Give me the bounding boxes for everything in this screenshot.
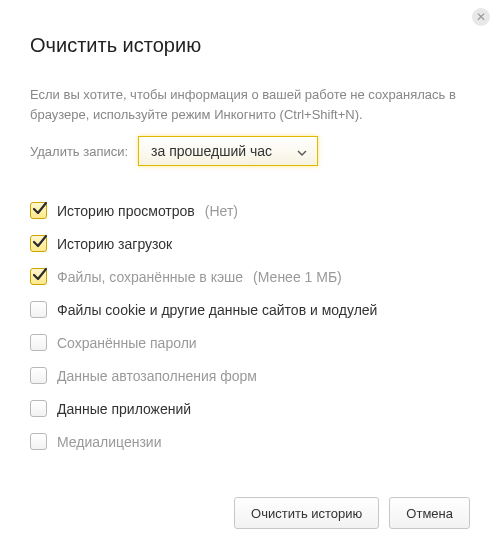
clear-history-button[interactable]: Очистить историю <box>234 497 379 529</box>
option-label: Историю загрузок <box>57 236 172 252</box>
checkbox[interactable] <box>30 400 47 417</box>
time-range-value: за прошедший час <box>151 143 272 159</box>
dialog-title: Очистить историю <box>30 34 470 57</box>
time-range-row: Удалить записи: за прошедший час <box>30 136 470 166</box>
option-label: Файлы, сохранённые в кэше <box>57 269 243 285</box>
option-row[interactable]: Сохранённые пароли <box>30 326 470 359</box>
chevron-down-icon <box>297 143 307 159</box>
option-label: Сохранённые пароли <box>57 335 197 351</box>
time-range-label: Удалить записи: <box>30 144 128 159</box>
checkbox[interactable] <box>30 301 47 318</box>
time-range-select[interactable]: за прошедший час <box>138 136 318 166</box>
checkbox[interactable] <box>30 433 47 450</box>
option-row[interactable]: Файлы, сохранённые в кэше (Менее 1 МБ) <box>30 260 470 293</box>
checkbox[interactable] <box>30 202 47 219</box>
checkbox[interactable] <box>30 367 47 384</box>
option-hint: (Менее 1 МБ) <box>253 269 342 285</box>
option-row[interactable]: Историю загрузок <box>30 227 470 260</box>
checkbox[interactable] <box>30 268 47 285</box>
option-row[interactable]: Историю просмотров (Нет) <box>30 194 470 227</box>
checkbox[interactable] <box>30 334 47 351</box>
option-row[interactable]: Данные приложений <box>30 392 470 425</box>
option-label: Данные приложений <box>57 401 191 417</box>
clear-history-dialog: Очистить историю Если вы хотите, чтобы и… <box>0 0 500 488</box>
option-label: Историю просмотров <box>57 203 195 219</box>
checkbox[interactable] <box>30 235 47 252</box>
dialog-description: Если вы хотите, чтобы информация о вашей… <box>30 85 470 124</box>
option-hint: (Нет) <box>205 203 238 219</box>
close-icon[interactable]: ✕ <box>472 8 490 26</box>
cancel-button[interactable]: Отмена <box>389 497 470 529</box>
option-label: Данные автозаполнения форм <box>57 368 257 384</box>
option-row[interactable]: Медиалицензии <box>30 425 470 458</box>
option-label: Медиалицензии <box>57 434 162 450</box>
option-row[interactable]: Данные автозаполнения форм <box>30 359 470 392</box>
option-row[interactable]: Файлы cookie и другие данные сайтов и мо… <box>30 293 470 326</box>
option-label: Файлы cookie и другие данные сайтов и мо… <box>57 302 377 318</box>
dialog-footer: Очистить историю Отмена <box>234 497 470 529</box>
options-list: Историю просмотров (Нет)Историю загрузок… <box>30 194 470 458</box>
